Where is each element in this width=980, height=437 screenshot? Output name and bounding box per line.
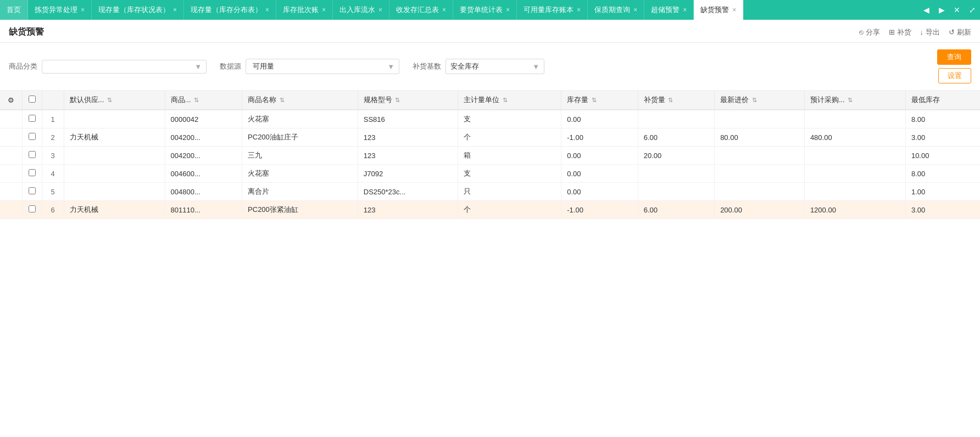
tab-close-summary[interactable]: ×: [442, 6, 446, 14]
row-checkbox-1[interactable]: [29, 133, 36, 140]
tab-close-available[interactable]: ×: [577, 6, 581, 14]
row-code-3: 004600...: [165, 165, 242, 183]
row-stock-3: 0.00: [561, 165, 638, 183]
datasource-select[interactable]: 可用量 ▼: [246, 59, 399, 74]
row-replenish-3: [638, 165, 714, 183]
tab-close-picking[interactable]: ×: [81, 6, 85, 14]
sort-estimated-icon: ⇅: [848, 97, 853, 103]
row-stock-4: 0.00: [561, 183, 638, 201]
tab-next-button[interactable]: ▶: [934, 0, 949, 20]
row-check-1[interactable]: [22, 128, 42, 147]
sort-supplier-icon: ⇅: [107, 97, 112, 103]
row-check-0[interactable]: [22, 110, 42, 128]
row-unit-4: 只: [458, 183, 561, 201]
row-check-5[interactable]: [22, 201, 42, 219]
col-header-supplier[interactable]: 默认供应... ⇅: [64, 91, 165, 110]
row-index-2: 3: [42, 147, 64, 165]
tab-picking[interactable]: 拣货异常处理 ×: [28, 0, 92, 20]
tab-requisition[interactable]: 要货单统计表 ×: [453, 0, 517, 20]
tab-expiry[interactable]: 保质期查询 ×: [588, 0, 644, 20]
row-spec-0: SS816: [358, 110, 458, 128]
row-spec-1: 123: [358, 128, 458, 147]
export-button[interactable]: ↓ 导出: [920, 27, 940, 37]
filter-category-group: 商品分类 ▼: [9, 60, 207, 74]
tab-available[interactable]: 可用量库存账本 ×: [517, 0, 588, 20]
tab-close-stock1[interactable]: ×: [173, 6, 177, 14]
col-header-estimated[interactable]: 预计采购... ⇅: [804, 91, 905, 110]
col-header-spec[interactable]: 规格型号 ⇅: [358, 91, 458, 110]
row-replenish-0: [638, 110, 714, 128]
tab-stock2[interactable]: 现存量（库存分布表） ×: [184, 0, 276, 20]
tab-close-expiry[interactable]: ×: [633, 6, 637, 14]
row-checkbox-4[interactable]: [29, 187, 36, 194]
tab-close-flow[interactable]: ×: [378, 6, 382, 14]
page-header: 缺货预警 ⎋ 分享 ⊞ 补货 ↓ 导出 ↺ 刷新: [0, 20, 980, 43]
col-header-stock[interactable]: 库存量 ⇅: [561, 91, 638, 110]
export-icon: ↓: [920, 28, 924, 36]
row-check-3[interactable]: [22, 165, 42, 183]
col-header-unit[interactable]: 主计量单位 ⇅: [458, 91, 561, 110]
filter-bar: 商品分类 ▼ 数据源 可用量 ▼ 补货基数 安全库存 ▼ 查询 设置: [0, 43, 980, 91]
tab-close-stock2[interactable]: ×: [265, 6, 269, 14]
row-price-2: [715, 147, 805, 165]
row-supplier-5: 力天机械: [64, 201, 165, 219]
tab-bar: 首页 拣货异常处理 × 现存量（库存状况表） × 现存量（库存分布表） × 库存…: [0, 0, 980, 20]
tab-prev-button[interactable]: ◀: [918, 0, 934, 20]
share-button[interactable]: ⎋ 分享: [859, 27, 880, 37]
category-select[interactable]: ▼: [42, 60, 207, 74]
tab-close-requisition[interactable]: ×: [506, 6, 510, 14]
tab-batch[interactable]: 库存批次账 ×: [276, 0, 333, 20]
row-checkbox-5[interactable]: [29, 205, 36, 212]
col-header-code[interactable]: 商品... ⇅: [165, 91, 242, 110]
row-name-1: PC200油缸庄子: [242, 128, 358, 147]
row-check-2[interactable]: [22, 147, 42, 165]
tab-home[interactable]: 首页: [0, 0, 28, 20]
tab-expand-button[interactable]: ⤢: [965, 0, 980, 20]
tab-close-batch[interactable]: ×: [322, 6, 326, 14]
row-spec-5: 123: [358, 201, 458, 219]
row-estimated-2: [804, 147, 905, 165]
row-checkbox-2[interactable]: [29, 151, 36, 158]
col-replenish-label: 补货量: [644, 96, 665, 104]
tab-close-overstock[interactable]: ×: [683, 6, 687, 14]
col-header-minstock[interactable]: 最低库存: [905, 91, 980, 110]
replenish-button[interactable]: ⊞ 补货: [889, 27, 911, 37]
row-replenish-2: 20.00: [638, 147, 714, 165]
row-price-0: [715, 110, 805, 128]
sort-price-icon: ⇅: [752, 97, 757, 103]
row-stock-5: -1.00: [561, 201, 638, 219]
row-checkbox-3[interactable]: [29, 169, 36, 176]
table-row: 2 力天机械 004200... PC200油缸庄子 123 个 -1.00 6…: [0, 128, 980, 147]
tab-flow[interactable]: 出入库流水 ×: [333, 0, 389, 20]
col-header-name[interactable]: 商品名称 ⇅: [242, 91, 358, 110]
row-index-4: 5: [42, 183, 64, 201]
tab-stock1[interactable]: 现存量（库存状况表） ×: [92, 0, 184, 20]
row-checkbox-0[interactable]: [29, 115, 36, 122]
category-label: 商品分类: [9, 61, 37, 71]
col-minstock-label: 最低库存: [911, 96, 940, 104]
sort-spec-icon: ⇅: [395, 97, 400, 103]
gear-icon: ⚙: [8, 96, 14, 104]
row-stock-2: 0.00: [561, 147, 638, 165]
tab-shortage[interactable]: 缺货预警 ×: [694, 0, 743, 20]
tab-overstock[interactable]: 超储预警 ×: [644, 0, 694, 20]
select-all-checkbox[interactable]: [29, 96, 36, 103]
tab-close-all-button[interactable]: ✕: [949, 0, 965, 20]
col-header-check[interactable]: [22, 91, 42, 110]
row-supplier-3: [64, 165, 165, 183]
refresh-button[interactable]: ↺ 刷新: [949, 27, 971, 37]
settings-button[interactable]: 设置: [938, 68, 971, 83]
sort-stock-icon: ⇅: [592, 97, 597, 103]
col-header-price[interactable]: 最新进价 ⇅: [715, 91, 805, 110]
row-gear-0: [0, 110, 22, 128]
row-check-4[interactable]: [22, 183, 42, 201]
base-select[interactable]: 安全库存 ▼: [446, 59, 544, 74]
row-minstock-5: 3.00: [905, 201, 980, 219]
col-header-gear[interactable]: ⚙: [0, 91, 22, 110]
query-button[interactable]: 查询: [937, 49, 971, 65]
tab-close-shortage[interactable]: ×: [732, 6, 736, 14]
row-estimated-5: 1200.00: [804, 201, 905, 219]
tab-summary[interactable]: 收发存汇总表 ×: [389, 0, 453, 20]
col-header-replenish[interactable]: 补货量 ⇅: [638, 91, 714, 110]
row-unit-0: 支: [458, 110, 561, 128]
